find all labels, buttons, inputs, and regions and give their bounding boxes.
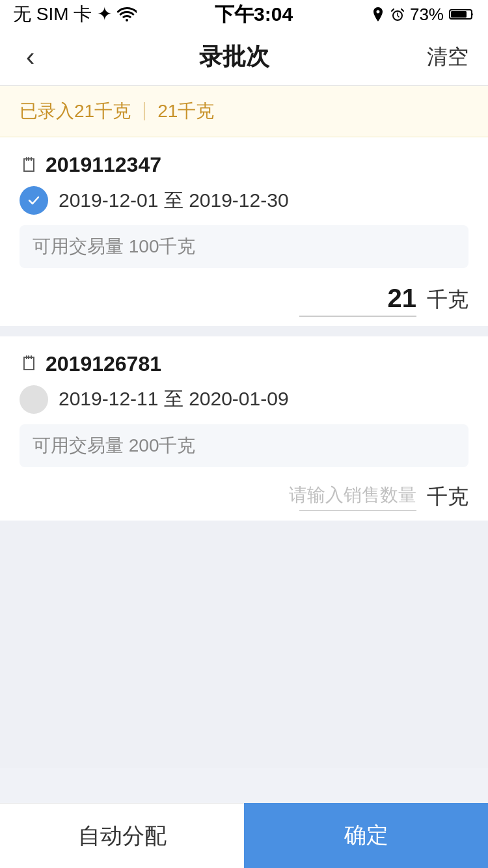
page-title: 录批次 bbox=[199, 41, 269, 73]
status-right: 73% bbox=[371, 5, 475, 25]
bottom-empty-area bbox=[0, 521, 488, 768]
location-icon bbox=[371, 7, 385, 21]
batch-2-date: 2019-12-11 至 2020-01-09 bbox=[59, 386, 289, 413]
batch-item-1: 🗒 2019112347 2019-12-01 至 2019-12-30 可用交… bbox=[0, 137, 488, 268]
batch-2-date-row[interactable]: 2019-12-11 至 2020-01-09 bbox=[20, 385, 468, 414]
batch-2-checkbox[interactable] bbox=[20, 385, 48, 414]
batch-1-date-row[interactable]: 2019-12-01 至 2019-12-30 bbox=[20, 186, 468, 215]
svg-rect-2 bbox=[451, 11, 467, 18]
sim-text: 无 SIM 卡 ✦ bbox=[13, 2, 112, 27]
total-info: 21千克 bbox=[157, 99, 214, 124]
batch-2-header: 🗒 2019126781 bbox=[20, 352, 468, 376]
status-bar: 无 SIM 卡 ✦ 下午3:04 73% bbox=[0, 0, 488, 29]
batch-1-quantity-row: 21 千克 bbox=[0, 268, 488, 326]
status-left: 无 SIM 卡 ✦ bbox=[13, 2, 137, 27]
batch-2-quantity-input-area[interactable]: 请输入销售数量 bbox=[289, 483, 416, 511]
batch-1-quantity-input-area[interactable]: 21 bbox=[299, 284, 416, 317]
batch-2-quantity-row: 请输入销售数量 千克 bbox=[0, 467, 488, 521]
battery-icon bbox=[449, 8, 475, 21]
info-banner: 已录入21千克 21千克 bbox=[0, 86, 488, 137]
batch-2-underline bbox=[299, 510, 416, 511]
batch-1-underline bbox=[299, 316, 416, 317]
recorded-info: 已录入21千克 bbox=[20, 99, 131, 124]
batch-1-header: 🗒 2019112347 bbox=[20, 153, 468, 177]
batch-1-id: 2019112347 bbox=[46, 153, 161, 177]
batch-2-icon: 🗒 bbox=[20, 353, 39, 375]
back-button[interactable]: ‹ bbox=[20, 36, 41, 78]
wifi-icon bbox=[117, 7, 137, 21]
alarm-icon bbox=[390, 7, 405, 21]
auto-distribute-button[interactable]: 自动分配 bbox=[0, 803, 244, 868]
battery-text: 73% bbox=[410, 5, 444, 25]
batch-1-unit: 千克 bbox=[427, 286, 468, 314]
batch-1-checkbox[interactable] bbox=[20, 186, 48, 215]
nav-bar: ‹ 录批次 清空 bbox=[0, 29, 488, 86]
batch-1-available: 可用交易量 100千克 bbox=[20, 225, 468, 268]
clear-button[interactable]: 清空 bbox=[427, 43, 468, 72]
status-time: 下午3:04 bbox=[215, 1, 293, 28]
confirm-button[interactable]: 确定 bbox=[244, 803, 488, 868]
batch-2-unit: 千克 bbox=[427, 483, 468, 511]
batch-1-quantity-value[interactable]: 21 bbox=[364, 284, 416, 313]
checkmark-icon bbox=[26, 193, 42, 208]
info-divider bbox=[144, 102, 144, 120]
section-separator bbox=[0, 326, 488, 336]
batch-2-placeholder[interactable]: 请输入销售数量 bbox=[289, 483, 416, 508]
footer: 自动分配 确定 bbox=[0, 803, 488, 868]
batch-2-available: 可用交易量 200千克 bbox=[20, 424, 468, 467]
batch-item-2: 🗒 2019126781 2019-12-11 至 2020-01-09 可用交… bbox=[0, 336, 488, 467]
batch-1-icon: 🗒 bbox=[20, 154, 39, 176]
batch-1-date: 2019-12-01 至 2019-12-30 bbox=[59, 187, 289, 214]
batch-2-id: 2019126781 bbox=[46, 352, 161, 376]
